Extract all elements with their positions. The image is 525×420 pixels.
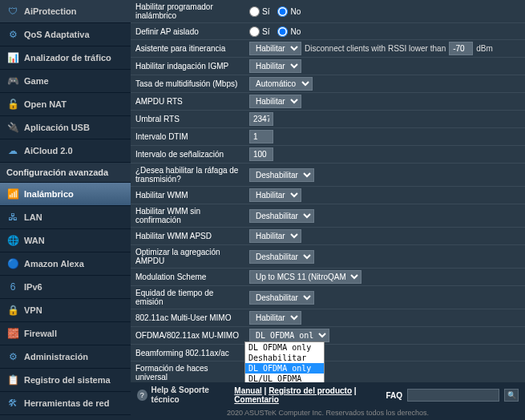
copyright: 2020 ASUSTeK Computer Inc. Reservados to…	[137, 407, 519, 417]
sidebar-item-traffic-analyzer[interactable]: 📊Analizador de tráfico	[0, 46, 131, 70]
sidebar-item-label: Game	[24, 76, 49, 86]
multicast-select[interactable]: Automático	[249, 77, 313, 91]
sidebar-item-label: Analizador de tráfico	[24, 53, 111, 63]
sidebar-item-syslog[interactable]: 📋Registro del sistema	[0, 369, 131, 392]
rssi-hint: Disconnect clients with RSSI lower than	[305, 44, 446, 53]
rts-threshold-input[interactable]	[249, 112, 273, 126]
sidebar-item-qos[interactable]: ⚙QoS Adaptativa	[0, 23, 131, 46]
footer: ? Help & Soporte técnico Manual | Regist…	[131, 382, 525, 420]
ampdu-rts-select[interactable]: Habilitar	[249, 95, 301, 108]
row-label: Beamforming 802.11ax/ac	[131, 346, 244, 360]
wan-icon: 🌐	[6, 234, 19, 247]
search-input[interactable]	[407, 389, 499, 402]
admin-icon: ⚙	[6, 350, 19, 363]
row-label: Habilitar indagación IGMP	[131, 59, 244, 73]
mumimo-select[interactable]: Habilitar	[249, 311, 301, 325]
faq-link[interactable]: FAQ	[386, 391, 402, 400]
sidebar-item-wireless[interactable]: 📶Inalámbrico	[0, 183, 131, 206]
modulation-select[interactable]: Up to MCS 11 (NitroQAM/1024-QAM)	[249, 270, 361, 284]
rssi-unit: dBm	[476, 44, 493, 53]
sidebar-item-lan[interactable]: 🖧LAN	[0, 206, 131, 229]
row-label: ¿Desea habilitar la ráfaga de transmisió…	[131, 164, 244, 186]
sidebar-item-label: Aplicación USB	[24, 123, 90, 132]
aiprotection-icon: 🛡	[6, 5, 19, 18]
sidebar-item-label: IPv6	[24, 282, 42, 292]
wmm-apsd-select[interactable]: Habilitar	[249, 229, 301, 243]
wmm-select[interactable]: Habilitar	[249, 188, 301, 202]
radio-no[interactable]	[277, 6, 288, 17]
radio-group: Sí No	[249, 6, 301, 17]
ofdma-option[interactable]: DL OFDMA only	[245, 363, 324, 374]
traffic-analyzer-icon: 📊	[6, 51, 19, 64]
sidebar-item-label: Administración	[24, 352, 88, 361]
row-label: Formación de haces universal	[131, 361, 244, 382]
row-label: Equidad de tiempo de emisión	[131, 286, 244, 309]
roaming-select[interactable]: Habilitar	[249, 42, 301, 55]
firewall-icon: 🧱	[6, 327, 19, 340]
sidebar-item-wan[interactable]: 🌐WAN	[0, 229, 131, 252]
sidebar-item-firewall[interactable]: 🧱Firewall	[0, 322, 131, 345]
section-advanced: Configuración avanzada	[0, 163, 131, 183]
sidebar-item-nettools[interactable]: 🛠Herramientas de red	[0, 392, 131, 415]
sidebar: 🛡AiProtection⚙QoS Adaptativa📊Analizador …	[0, 0, 131, 420]
sidebar-item-aicloud[interactable]: ☁AiCloud 2.0	[0, 139, 131, 163]
alexa-icon: 🔵	[6, 257, 19, 270]
row-label: Intervalo DTIM	[131, 130, 244, 143]
feedback-link[interactable]: Comentario	[234, 395, 279, 404]
help-link[interactable]: Help & Soporte técnico	[151, 386, 231, 405]
ampdu-opt-select[interactable]: Deshabilitar	[249, 250, 314, 264]
beacon-input[interactable]	[249, 147, 273, 161]
nettools-icon: 🛠	[6, 397, 19, 410]
sidebar-item-aiprotection[interactable]: 🛡AiProtection	[0, 0, 131, 23]
dtim-input[interactable]	[249, 130, 273, 143]
ofdma-select[interactable]: DL OFDMA only	[249, 329, 329, 342]
sidebar-item-label: LAN	[24, 212, 42, 222]
sidebar-item-game[interactable]: 🎮Game	[0, 70, 131, 93]
radio-si[interactable]	[249, 26, 260, 37]
ofdma-dropdown: DL OFDMA onlyDeshabilitarDL OFDMA onlyDL…	[244, 341, 325, 382]
sidebar-item-vpn[interactable]: 🔒VPN	[0, 299, 131, 322]
rssi-input[interactable]	[449, 42, 473, 55]
help-icon[interactable]: ?	[137, 390, 147, 401]
sidebar-item-label: AiCloud 2.0	[24, 146, 73, 155]
manual-link[interactable]: Manual	[234, 386, 261, 395]
row-label: Optimizar la agregación AMPDU	[131, 245, 244, 268]
usb-app-icon: 🔌	[6, 121, 19, 134]
sidebar-item-open-nat[interactable]: 🔓Open NAT	[0, 93, 131, 116]
wmm-noack-select[interactable]: Deshabilitar	[249, 209, 314, 223]
row-label: Habilitar WMM sin confirmación	[131, 204, 244, 227]
sidebar-item-alexa[interactable]: 🔵Amazon Alexa	[0, 252, 131, 276]
sidebar-item-label: Open NAT	[24, 99, 67, 109]
ipv6-icon: 6	[6, 281, 19, 293]
radio-no[interactable]	[277, 26, 288, 37]
sidebar-item-label: Firewall	[24, 329, 57, 338]
main-panel: Habilitar programador inalámbrico Sí No …	[131, 0, 525, 420]
sidebar-item-label: WAN	[24, 236, 45, 245]
ofdma-option[interactable]: Deshabilitar	[245, 353, 324, 363]
row-label: Definir AP aislado	[131, 25, 244, 38]
ofdma-option[interactable]: DL/UL OFDMA	[245, 374, 324, 382]
lan-icon: 🖧	[6, 211, 19, 224]
sidebar-item-usb-app[interactable]: 🔌Aplicación USB	[0, 116, 131, 139]
aicloud-icon: ☁	[6, 144, 19, 157]
footer-links: Manual | Registro del producto | Comenta…	[234, 386, 386, 404]
sidebar-item-ipv6[interactable]: 6IPv6	[0, 276, 131, 299]
row-label: OFDMA/802.11ax MU-MIMO	[131, 329, 244, 342]
row-label: AMPDU RTS	[131, 95, 244, 108]
ofdma-option[interactable]: DL OFDMA only	[245, 342, 324, 353]
register-link[interactable]: Registro del producto	[269, 386, 352, 395]
row-label: Tasa de multidifusión (Mbps)	[131, 77, 244, 91]
airtime-select[interactable]: Deshabilitar	[249, 291, 314, 305]
sidebar-item-admin[interactable]: ⚙Administración	[0, 345, 131, 369]
search-button[interactable]: 🔍	[504, 389, 519, 402]
settings-list: Habilitar programador inalámbrico Sí No …	[131, 0, 525, 382]
igmp-select[interactable]: Habilitar	[249, 59, 301, 73]
sidebar-item-label: Inalámbrico	[24, 189, 74, 199]
row-label: Habilitar programador inalámbrico	[131, 0, 244, 22]
row-label: Habilitar WMM APSD	[131, 229, 244, 243]
vpn-icon: 🔒	[6, 304, 19, 317]
radio-si[interactable]	[249, 6, 260, 17]
row-label: Umbral RTS	[131, 112, 244, 126]
txburst-select[interactable]: Deshabilitar	[249, 168, 314, 182]
row-label: Asistente para itinerancia	[131, 42, 244, 55]
